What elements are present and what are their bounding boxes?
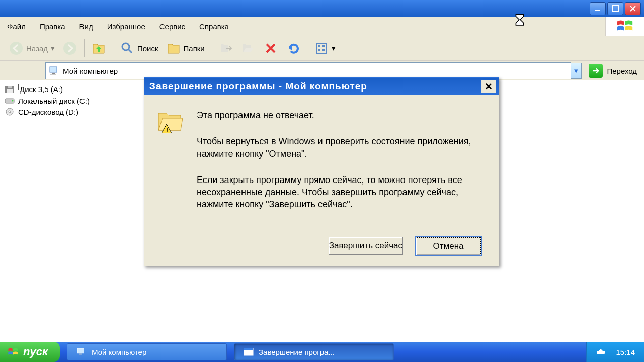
svg-rect-15 [7, 89, 13, 93]
start-button[interactable]: пуск [0, 342, 60, 362]
menu-help[interactable]: Справка [199, 22, 229, 31]
svg-rect-21 [77, 348, 84, 353]
folders-button[interactable]: Папки [163, 39, 209, 57]
tree-item-label: Локальный диск (C:) [18, 97, 90, 105]
taskbar-item-label: Завершение програ... [259, 348, 335, 356]
tree-item-floppy[interactable]: Диск 3,5 (A:) [4, 83, 150, 95]
back-icon [9, 41, 23, 55]
svg-point-3 [63, 42, 76, 55]
taskbar-item-label: Мой компьютер [92, 348, 146, 356]
svg-rect-7 [322, 45, 325, 47]
taskbar-item-dialog[interactable]: Завершение програ... [234, 343, 394, 360]
svg-point-4 [122, 43, 129, 50]
folder-up-icon [92, 41, 106, 55]
delete-icon [264, 41, 278, 55]
separator [307, 39, 307, 57]
dialog-message: Эта программа не отвечает. Чтобы вернуть… [197, 109, 480, 225]
svg-rect-24 [244, 348, 253, 350]
svg-rect-10 [50, 67, 57, 72]
svg-rect-6 [318, 45, 320, 47]
folder-tree: Диск 3,5 (A:) Локальный диск (C:) CD-дис… [0, 80, 154, 120]
move-to-button[interactable] [215, 39, 237, 57]
go-icon [589, 64, 603, 78]
dialog-line1: Эта программа не отвечает. [197, 109, 480, 121]
warning-folder-icon: ! [156, 109, 185, 225]
tree-item-cd[interactable]: CD-дисковод (D:) [4, 106, 150, 117]
separator [212, 39, 212, 57]
delete-button[interactable] [260, 39, 282, 57]
clock: 15:14 [616, 348, 635, 356]
svg-rect-9 [322, 49, 325, 51]
folders-icon [167, 41, 181, 55]
svg-point-17 [12, 100, 14, 102]
back-label: Назад [26, 44, 48, 53]
menu-edit[interactable]: Правка [40, 22, 65, 31]
undo-icon [286, 41, 300, 55]
window-titlebar [0, 0, 644, 17]
floppy-icon [4, 85, 15, 94]
system-tray[interactable]: 15:14 [586, 342, 644, 362]
menu-tools[interactable]: Сервис [159, 22, 185, 31]
svg-rect-1 [612, 6, 618, 11]
windows-logo-icon [605, 17, 644, 36]
start-label: пуск [23, 345, 48, 358]
svg-rect-25 [597, 351, 605, 354]
search-button[interactable]: Поиск [116, 39, 163, 57]
taskbar-item-explorer[interactable]: Мой компьютер [67, 343, 227, 360]
back-button[interactable]: Назад ▾ [5, 39, 59, 57]
svg-point-2 [10, 42, 23, 55]
separator [84, 39, 85, 57]
tray-icon [596, 348, 606, 356]
dialog-titlebar[interactable]: Завершение программы - Мой компьютер ✕ [144, 78, 499, 95]
forward-icon [63, 41, 77, 55]
cancel-button[interactable]: Отмена [415, 237, 481, 256]
views-icon [314, 41, 329, 55]
svg-text:!: ! [166, 127, 168, 133]
tree-item-label: Диск 3,5 (A:) [18, 84, 64, 94]
forward-button[interactable] [59, 39, 81, 57]
svg-rect-8 [318, 49, 320, 51]
search-label: Поиск [137, 44, 158, 53]
menu-file[interactable]: Файл [7, 22, 26, 31]
computer-icon [49, 66, 60, 76]
address-value: Мой компьютер [63, 67, 118, 75]
address-input[interactable]: Мой компьютер [45, 62, 571, 79]
svg-point-19 [9, 111, 11, 113]
taskbar: пуск Мой компьютер Завершение програ... … [0, 342, 644, 362]
minimize-button[interactable] [590, 2, 606, 15]
dialog-title: Завершение программы - Мой компьютер [149, 81, 367, 92]
separator [113, 39, 113, 57]
hourglass-icon [513, 13, 526, 26]
window-icon [244, 348, 254, 356]
svg-rect-11 [52, 73, 55, 74]
dialog-close-button[interactable]: ✕ [481, 80, 496, 93]
close-button[interactable] [625, 2, 641, 15]
folders-label: Папки [184, 44, 205, 53]
cd-icon [4, 107, 15, 116]
svg-rect-12 [50, 74, 56, 75]
menu-view[interactable]: Вид [79, 22, 93, 31]
menu-favorites[interactable]: Избранное [107, 22, 145, 31]
toolbar: Назад ▾ Поиск Папки ▾ [0, 36, 644, 61]
go-label: Переход [607, 67, 637, 75]
views-button[interactable]: ▾ [310, 39, 340, 57]
svg-rect-0 [595, 10, 600, 11]
search-icon [120, 41, 134, 55]
end-program-dialog: Завершение программы - Мой компьютер ✕ !… [144, 77, 499, 266]
menu-bar: Файл Правка Вид Избранное Сервис Справка [0, 17, 644, 36]
address-dropdown[interactable]: ▾ [571, 63, 582, 79]
move-icon [219, 41, 233, 55]
undo-button[interactable] [282, 39, 304, 57]
up-button[interactable] [88, 39, 110, 57]
hdd-icon [4, 96, 15, 105]
maximize-button[interactable] [607, 2, 623, 15]
copy-icon [242, 41, 256, 55]
chevron-down-icon: ▾ [51, 44, 55, 53]
copy-to-button[interactable] [237, 39, 260, 57]
tree-item-hdd[interactable]: Локальный диск (C:) [4, 95, 150, 106]
go-button[interactable]: Переход [582, 63, 644, 79]
computer-icon [76, 347, 87, 356]
svg-rect-14 [8, 86, 12, 88]
end-now-button[interactable]: Завершить сейчас [329, 237, 403, 255]
chevron-down-icon: ▾ [332, 44, 336, 53]
